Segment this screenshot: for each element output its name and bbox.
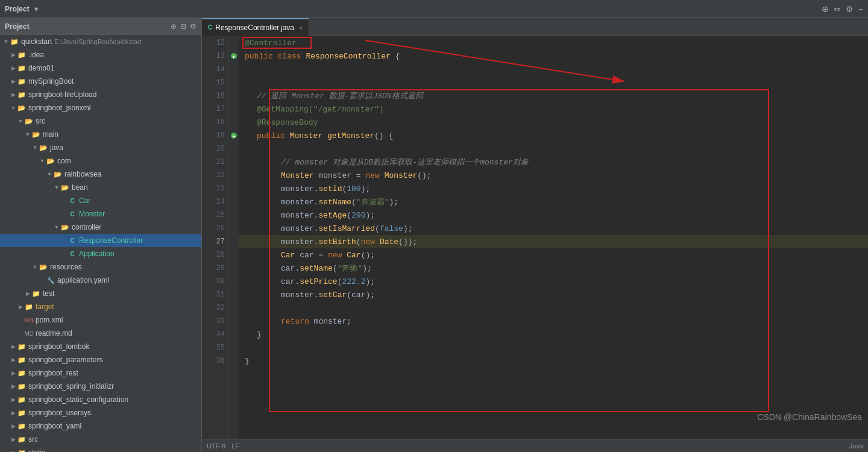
run-icon[interactable]: ▶	[231, 53, 237, 59]
string-car-name: "奔驰"	[338, 263, 363, 274]
tree-item[interactable]: ▶ 📁 target	[0, 300, 201, 313]
tree-item[interactable]: ▶ 📁 springboot_static_configuration	[0, 393, 201, 406]
plain-22b: ();	[417, 171, 431, 180]
gutter-cell-12	[229, 36, 239, 49]
gutter-cell-15	[229, 76, 239, 89]
tree-item[interactable]: MD readme.md	[0, 327, 201, 340]
tree-item[interactable]: C Application	[0, 247, 201, 260]
classname: ResponseController	[306, 52, 390, 61]
tree-item[interactable]: ▼ 📂 main	[0, 128, 201, 141]
tree-item[interactable]: ▶ 📁 src	[0, 433, 201, 446]
tree-item[interactable]: ▼ 📂 springboot_jsonxml	[0, 101, 201, 115]
code-line-27: monster.setBirth(new Date());	[239, 235, 868, 248]
tree-item[interactable]: ▼ 📁 quickstart E:\Java\SpringBoot\quicks…	[0, 35, 201, 48]
gear-icon[interactable]: ⚙	[846, 4, 854, 14]
tree-label: test	[43, 289, 54, 298]
gutter-cell-32	[229, 301, 239, 315]
run-icon-19[interactable]: ▶	[231, 133, 237, 139]
kw-public: public	[245, 52, 278, 61]
tree-item[interactable]: ▶ 📁 demo01	[0, 61, 201, 75]
arrow: ▶	[10, 51, 17, 58]
tree-label: src	[28, 435, 38, 444]
tree-label: rainbowsea	[64, 170, 101, 178]
line-num-25: 25	[202, 209, 228, 222]
tree-item[interactable]: ▼ 📂 rainbowsea	[0, 168, 201, 181]
tree-item[interactable]: ▶ 📁 springboot-fileUpload	[0, 88, 201, 101]
arrow: ▶	[24, 290, 31, 297]
folder-icon: 📂	[60, 222, 70, 232]
folder-icon: 📁	[17, 90, 27, 99]
sidebar-add-icon[interactable]: ⊕	[171, 22, 177, 31]
kw-new-28: new	[328, 251, 347, 260]
arrow: ▼	[10, 104, 17, 111]
tree-item[interactable]: 🔧 application.yaml	[0, 274, 201, 287]
tree-item[interactable]: ▼ 📂 com	[0, 154, 201, 168]
tree-item[interactable]: ▶ 📁 test	[0, 287, 201, 300]
method-setprice: setPrice	[300, 277, 337, 286]
tree-item[interactable]: ▶ 📁 .idea	[0, 48, 201, 61]
split-icon[interactable]: ⇔	[834, 4, 841, 14]
add-icon[interactable]: ⊕	[822, 4, 829, 14]
line-num-35: 35	[202, 341, 228, 354]
arrow: ▶	[10, 409, 17, 416]
arrow: ▶	[10, 343, 17, 350]
tree-item[interactable]: ▶ 📁 springboot_rest	[0, 366, 201, 380]
tree-item[interactable]: ▶ 📁 springboot_yaml	[0, 419, 201, 433]
plain-28b: ();	[361, 251, 375, 260]
tree-item[interactable]: C Car	[0, 194, 201, 207]
tree-item[interactable]: ▶ 📁 springboot_usersys	[0, 406, 201, 419]
minimize-icon[interactable]: −	[858, 4, 863, 14]
code-content[interactable]: @Controller	[239, 36, 868, 439]
tree-item[interactable]: ▼ 📂 bean	[0, 181, 201, 194]
tab-close-button[interactable]: ×	[299, 24, 303, 31]
tree-item[interactable]: ▶ 📁 springboot_spring_initializr	[0, 380, 201, 393]
tree-item[interactable]: ▼ 📂 src	[0, 115, 201, 128]
tree-item[interactable]: ▶ 📁 springboot_parameters	[0, 353, 201, 366]
tree-item[interactable]: ▼ 📂 resources	[0, 260, 201, 274]
dropdown-icon[interactable]: ▼	[33, 5, 40, 13]
tree-label: main	[43, 130, 58, 139]
tree-label: ResponseController	[79, 236, 143, 245]
code-line-30: car.setPrice(222.2);	[239, 275, 868, 288]
code-line-15	[239, 76, 868, 89]
code-line-35	[239, 341, 868, 354]
tree-item[interactable]: ▶ 📁 static	[0, 446, 201, 452]
line-numbers: 12 13 14 15 16 17 18 19 20 21 22 23 24 2…	[202, 36, 229, 439]
line-num-27: 27	[202, 235, 228, 248]
tree-item[interactable]: ▼ 📂 java	[0, 141, 201, 154]
tree-item[interactable]: XML pom.xml	[0, 313, 201, 327]
method-setid: setId	[318, 184, 342, 193]
tree-item[interactable]: ▶ 📁 springboot_lombok	[0, 340, 201, 353]
tree-label: src	[36, 117, 45, 125]
tree-item[interactable]: ▶ 📁 mySpringBoot	[0, 75, 201, 88]
line-num-20: 20	[202, 142, 228, 155]
method-setismarried: setIsMarried	[318, 224, 375, 233]
tree-item[interactable]: C Monster	[0, 207, 201, 221]
sidebar-gear-icon[interactable]: ⚙	[190, 22, 197, 31]
tree-label: springboot_static_configuration	[28, 395, 128, 404]
comment-21: // monster 对象是从DB数据库获取-这里老师模拟一个monster对象	[281, 157, 529, 168]
folder-yellow-icon: 📁	[24, 302, 34, 312]
tree-item[interactable]: ▼ 📂 controller	[0, 221, 201, 234]
plain-22: monster =	[314, 171, 366, 180]
plain-23c: );	[361, 184, 371, 193]
annotation-getmapping: @GetMapping(	[257, 105, 313, 114]
arrow	[39, 277, 46, 284]
method-setname-car: setName	[300, 264, 333, 273]
tree-item[interactable]: C ResponseController	[0, 234, 201, 247]
folder-icon: 📂	[24, 116, 34, 126]
tree-label: springboot_jsonxml	[28, 104, 90, 112]
code-line-13: public class ResponseController {	[239, 49, 868, 63]
code-line-12: @Controller	[239, 36, 868, 49]
toolbar-icons: ⊕ ⇔ ⚙ −	[822, 4, 863, 14]
arrow	[17, 330, 24, 337]
editor-tab[interactable]: C ResponseController.java ×	[202, 18, 309, 36]
line-num-17: 17	[202, 102, 228, 116]
line-num-23: 23	[202, 182, 228, 195]
sidebar-collapse-icon[interactable]: ⊟	[180, 22, 186, 31]
arrow: ▶	[10, 356, 17, 363]
tree-label: Monster	[79, 210, 105, 218]
kw-return: return	[281, 317, 314, 326]
gutter-cell-26	[229, 222, 239, 235]
gutter-cell-31	[229, 288, 239, 301]
